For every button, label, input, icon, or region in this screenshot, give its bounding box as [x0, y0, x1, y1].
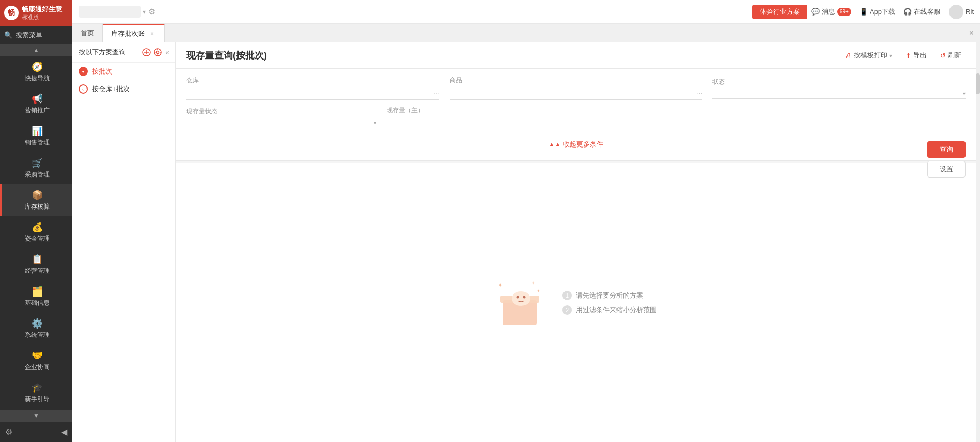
left-panel-add-button[interactable]: [142, 48, 151, 56]
headset-icon: 🎧: [903, 8, 912, 16]
warehouse-input[interactable]: ···: [186, 87, 439, 100]
tab-close-icon[interactable]: ×: [148, 29, 156, 38]
message-button[interactable]: 💬 消息 99+: [811, 7, 851, 17]
sidebar-scroll-up[interactable]: ▲: [0, 45, 72, 56]
footer-settings-icon[interactable]: ⚙: [5, 427, 12, 437]
left-panel-item-warehouse-batch[interactable]: ○ 按仓库+批次: [72, 80, 175, 98]
print-button[interactable]: 🖨 按模板打印 ▾: [841, 49, 896, 62]
topbar-chevron-icon[interactable]: ▾: [143, 8, 146, 16]
left-panel-item-batch[interactable]: ● 按批次: [72, 63, 175, 80]
right-scrollbar[interactable]: [976, 42, 980, 442]
empty-icon: ✦ ✦ ✦: [495, 277, 547, 329]
stock-qty-min-input[interactable]: [387, 117, 569, 129]
online-service-button[interactable]: 🎧 在线客服: [903, 7, 941, 17]
export-button[interactable]: ⬆ 导出: [901, 49, 931, 62]
user-profile[interactable]: Rit: [949, 5, 974, 19]
empty-hints: 1 请先选择要分析的方案 2 用过滤条件来缩小分析范围: [562, 291, 657, 315]
topbar-search-input[interactable]: [79, 6, 141, 18]
stock-qty-label: 现存量（主）: [387, 106, 766, 115]
refresh-button[interactable]: ↺ 刷新: [936, 49, 966, 62]
left-panel-collapse-button[interactable]: «: [165, 48, 169, 56]
stock-status-arrow-icon: ▾: [374, 120, 376, 126]
phone-icon: 📱: [859, 8, 868, 16]
quick-nav-icon: 🧭: [32, 61, 43, 72]
left-panel-item-batch-label: 按批次: [92, 67, 112, 76]
left-panel-actions: «: [142, 48, 169, 56]
sidebar-item-sales[interactable]: 📊 销售管理: [0, 120, 72, 152]
purchase-icon: 🛒: [32, 157, 43, 169]
hint-text-1: 请先选择要分析的方案: [576, 291, 643, 300]
warehouse-dots-icon[interactable]: ···: [433, 89, 439, 97]
experience-industry-button[interactable]: 体验行业方案: [752, 5, 807, 19]
stock-status-select[interactable]: ▾: [186, 118, 376, 128]
finance-icon: 💰: [32, 222, 43, 233]
settings-button[interactable]: 设置: [927, 161, 966, 178]
tab-home[interactable]: 首页: [72, 24, 103, 42]
query-button[interactable]: 查询: [927, 141, 966, 158]
sidebar-item-basics[interactable]: 🗂️ 基础信息: [0, 281, 72, 313]
print-label: 按模板打印: [854, 51, 887, 60]
sidebar-item-inventory[interactable]: 📦 库存核算: [0, 184, 72, 216]
app-title: 畅康通好生意: [22, 5, 62, 13]
filter-status: 状态 ▾: [712, 78, 966, 99]
sidebar-search[interactable]: 🔍 搜索菜单: [0, 26, 72, 45]
status-select[interactable]: ▾: [712, 89, 966, 99]
left-panel: 按以下方案查询: [72, 42, 176, 442]
sidebar-label-marketing: 营销推广: [25, 106, 50, 115]
goods-input[interactable]: ···: [450, 87, 703, 100]
left-panel-settings-button[interactable]: [154, 48, 162, 56]
footer-collapse-icon[interactable]: ◀: [61, 427, 67, 437]
scrollbar-thumb[interactable]: [976, 73, 980, 94]
hint-num-2: 2: [562, 305, 572, 315]
sidebar-item-quick-nav[interactable]: 🧭 快捷导航: [0, 56, 72, 88]
print-chevron-icon[interactable]: ▾: [889, 53, 892, 58]
sidebar-footer: ⚙ ◀: [0, 421, 72, 442]
sidebar-item-enterprise[interactable]: 🤝 企业协同: [0, 345, 72, 377]
sidebar: 畅 畅康通好生意 标准版 🔍 搜索菜单 ▲ 🧭 快捷导航 📢 营销推广 📊 销售…: [0, 0, 72, 442]
tabs-close-button[interactable]: ×: [963, 28, 980, 38]
main-area: ▾ ⚙ 体验行业方案 💬 消息 99+ 📱 App下载 🎧 在线客服 Rit: [72, 0, 980, 442]
hint-text-2: 用过滤条件来缩小分析范围: [576, 305, 657, 315]
sidebar-label-enterprise: 企业协同: [25, 363, 50, 372]
message-icon: 💬: [811, 8, 820, 16]
stock-qty-max-input[interactable]: [584, 117, 766, 129]
operations-icon: 📋: [32, 254, 43, 265]
export-icon: ⬆: [905, 52, 911, 60]
print-icon: 🖨: [845, 52, 852, 60]
page-header: 现存量查询(按批次) 🖨 按模板打印 ▾ ⬆ 导出 ↺ 刷新: [176, 42, 976, 69]
sidebar-item-system[interactable]: ⚙️ 系统管理: [0, 313, 72, 345]
sidebar-scroll-down[interactable]: ▼: [0, 410, 72, 421]
sidebar-header: 畅 畅康通好生意 标准版: [0, 0, 72, 26]
message-label: 消息: [822, 7, 835, 17]
goods-dots-icon[interactable]: ···: [696, 89, 703, 97]
sidebar-label-basics: 基础信息: [25, 299, 50, 307]
app-download-button[interactable]: 📱 App下载: [859, 7, 895, 17]
topbar-gear-icon[interactable]: ⚙: [148, 7, 155, 17]
sidebar-label-sales: 销售管理: [25, 138, 50, 147]
collapse-bar[interactable]: ▲▲ 收起更多条件: [186, 136, 966, 153]
warehouse-label: 仓库: [186, 76, 439, 85]
sidebar-search-label: 搜索菜单: [16, 31, 42, 40]
sidebar-label-quick-nav: 快捷导航: [25, 74, 50, 83]
sidebar-item-finance[interactable]: 💰 资金管理: [0, 216, 72, 248]
topbar-right: 💬 消息 99+ 📱 App下载 🎧 在线客服 Rit: [811, 5, 974, 19]
enterprise-icon: 🤝: [32, 350, 43, 361]
search-icon: 🔍: [4, 31, 12, 39]
app-edition: 标准版: [22, 13, 62, 21]
filter-goods: 商品 ···: [450, 76, 703, 100]
goods-label: 商品: [450, 76, 703, 85]
batch-icon: ●: [79, 67, 88, 76]
basics-icon: 🗂️: [32, 286, 43, 297]
message-badge: 99+: [837, 8, 851, 16]
sidebar-item-marketing[interactable]: 📢 营销推广: [0, 88, 72, 120]
page-header-actions: 🖨 按模板打印 ▾ ⬆ 导出 ↺ 刷新: [841, 49, 966, 62]
sidebar-item-operations[interactable]: 📋 经营管理: [0, 248, 72, 281]
svg-text:✦: ✦: [531, 280, 536, 286]
app-title-block: 畅康通好生意 标准版: [22, 5, 62, 21]
filter-area: 仓库 ··· 商品 ··· 状态: [176, 69, 976, 161]
left-panel-item-warehouse-batch-label: 按仓库+批次: [92, 84, 130, 94]
status-arrow-icon: ▾: [963, 91, 966, 96]
sidebar-item-purchase[interactable]: 🛒 采购管理: [0, 152, 72, 184]
sidebar-item-newbie[interactable]: 🎓 新手引导: [0, 377, 72, 409]
tab-inventory-batch[interactable]: 库存批次账 ×: [103, 24, 165, 42]
